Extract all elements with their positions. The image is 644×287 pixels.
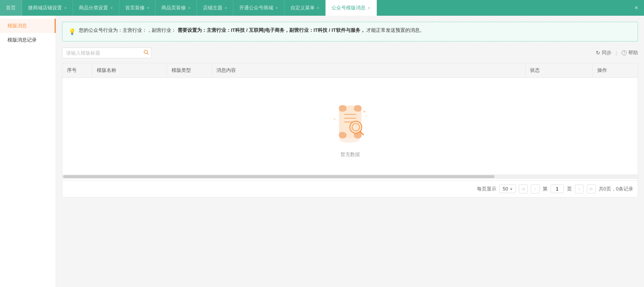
tab-home[interactable]: 首页: [0, 0, 22, 16]
th-action: 操作: [593, 63, 638, 77]
th-name: 模版名称: [92, 63, 167, 77]
search-input[interactable]: [62, 48, 152, 58]
help-icon: ?: [622, 50, 627, 55]
th-content: 消息内容: [212, 63, 526, 77]
svg-point-10: [366, 115, 367, 117]
close-tab-custom-menu[interactable]: ×: [317, 6, 319, 10]
first-page-button[interactable]: ⊲: [519, 184, 528, 193]
empty-illustration: [328, 100, 373, 145]
tab-product-category[interactable]: 商品分类设置 ×: [73, 0, 119, 16]
current-page-input[interactable]: [551, 184, 564, 193]
search-bar: ↻ 同步 | ? 帮助: [62, 48, 638, 58]
chevron-down-icon: ∨: [510, 187, 512, 191]
sync-button[interactable]: ↻ 同步: [596, 49, 611, 56]
last-page-button[interactable]: ⊳: [587, 184, 596, 193]
sync-icon: ↻: [596, 50, 600, 56]
close-tab-product-decor[interactable]: ×: [188, 6, 190, 10]
notice-text: 您的公众号行业为：主营行业：，副营行业： 需要设置为：主营行业：IT科技 / 互…: [79, 27, 425, 34]
horizontal-scrollbar[interactable]: [62, 174, 638, 179]
notice-icon: 💡: [68, 27, 76, 37]
search-button[interactable]: [144, 50, 149, 56]
main-layout: 模版消息 模版消息记录 💡 您的公众号行业为：主营行业：，副营行业： 需要设置为…: [0, 16, 644, 287]
tab-bar: 首页 微商城店铺设置 × 商品分类设置 × 首页装修 × 商品页装修 × 店铺主…: [0, 0, 644, 16]
tab-wsc-shop[interactable]: 微商城店铺设置 ×: [22, 0, 73, 16]
pagination-row: 每页显示 50 ∨ ⊲ ‹ 第 页 › ⊳ 共0页，0条记录: [62, 180, 638, 197]
th-index: 序号: [62, 63, 92, 77]
close-tab-home-decor[interactable]: ×: [147, 6, 149, 10]
sidebar-item-template-msg-log[interactable]: 模版消息记录: [0, 33, 56, 47]
page-suffix-label: 页: [567, 186, 572, 192]
per-page-label: 每页显示: [477, 186, 496, 192]
toolbar-divider: |: [616, 50, 617, 56]
prev-page-button[interactable]: ‹: [531, 184, 540, 193]
tab-home-decor[interactable]: 首页装修 ×: [119, 0, 155, 16]
close-tab-wechat-shop[interactable]: ×: [275, 6, 278, 10]
empty-state: 暂无数据: [62, 78, 638, 173]
notice-box: 💡 您的公众号行业为：主营行业：，副营行业： 需要设置为：主营行业：IT科技 /…: [62, 22, 638, 42]
toolbar-right: ↻ 同步 | ? 帮助: [596, 49, 638, 56]
per-page-select[interactable]: 50 ∨: [499, 184, 515, 193]
tab-wechat-shop[interactable]: 开通公众号商城 ×: [233, 0, 284, 16]
table-header: 序号 模版名称 模版类型 消息内容 状态 操作: [62, 63, 638, 78]
help-button[interactable]: ? 帮助: [622, 49, 638, 56]
close-tab-template-msg[interactable]: ×: [368, 6, 370, 10]
close-tab-product-category[interactable]: ×: [110, 6, 113, 10]
close-tab-wsc-shop[interactable]: ×: [64, 6, 67, 10]
th-type: 模版类型: [167, 63, 212, 77]
svg-point-11: [333, 118, 335, 120]
tab-shop-theme[interactable]: 店铺主题 ×: [197, 0, 233, 16]
sidebar-item-template-msg[interactable]: 模版消息: [0, 19, 56, 33]
page-prefix-label: 第: [543, 186, 548, 192]
next-page-button[interactable]: ›: [575, 184, 584, 193]
total-label: 共0页，0条记录: [599, 186, 633, 192]
sidebar: 模版消息 模版消息记录: [0, 16, 56, 287]
th-status: 状态: [526, 63, 593, 77]
global-close-button[interactable]: ×: [629, 4, 644, 11]
empty-text: 暂无数据: [341, 151, 360, 158]
table-wrap: 序号 模版名称 模版类型 消息内容 状态 操作: [62, 63, 638, 198]
svg-point-9: [363, 110, 366, 113]
tab-custom-menu[interactable]: 自定义菜单 ×: [284, 0, 326, 16]
content-area: 💡 您的公众号行业为：主营行业：，副营行业： 需要设置为：主营行业：IT科技 /…: [56, 16, 644, 287]
tab-template-msg[interactable]: 公众号模版消息 ×: [326, 0, 376, 16]
tab-product-decor[interactable]: 商品页装修 ×: [155, 0, 197, 16]
search-input-wrap: [62, 48, 152, 58]
scrollbar-thumb[interactable]: [63, 175, 494, 178]
close-tab-shop-theme[interactable]: ×: [225, 6, 227, 10]
svg-line-1: [147, 53, 149, 55]
